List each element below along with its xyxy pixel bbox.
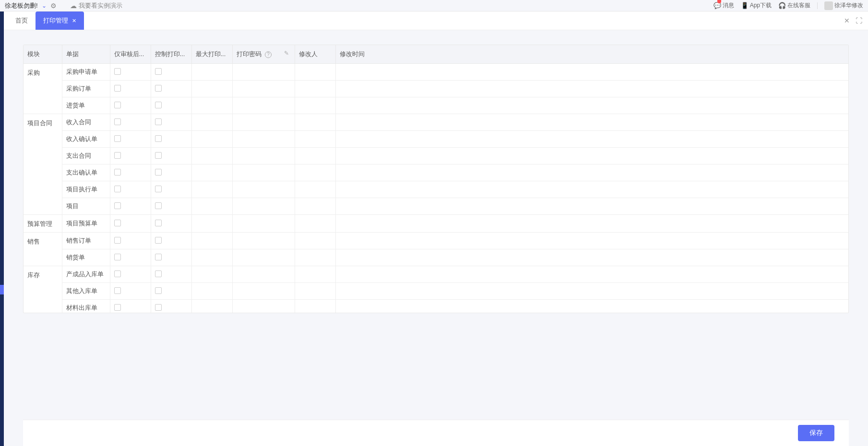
cell-control-print: [151, 181, 191, 198]
checkbox-audit-only[interactable]: [114, 202, 121, 209]
cell-modify-time: [335, 81, 848, 97]
gear-icon[interactable]: ⚙: [50, 2, 57, 10]
checkbox-control-print[interactable]: [155, 202, 162, 209]
page-body: 模块 单据 仅审核后... 控制打印... 最大打印... 打印密码 ? ✎: [4, 30, 868, 446]
edit-icon[interactable]: ✎: [284, 50, 289, 57]
cell-audit-only: [110, 249, 151, 266]
checkbox-audit-only[interactable]: [114, 169, 121, 176]
topbar-right: 💬 消息 📱 App下载 🎧 在线客服 徐泽华修改: [713, 1, 863, 10]
cell-control-print: [151, 131, 191, 148]
checkbox-audit-only[interactable]: [114, 287, 121, 294]
cell-modify-time: [335, 114, 848, 131]
save-button[interactable]: 保存: [798, 425, 834, 441]
online-service-link[interactable]: 🎧 在线客服: [778, 1, 810, 10]
checkbox-audit-only[interactable]: [114, 152, 121, 159]
help-icon[interactable]: ?: [265, 51, 272, 58]
checkbox-audit-only[interactable]: [114, 220, 121, 226]
close-all-icon[interactable]: ✕: [844, 17, 850, 24]
table-scroll[interactable]: 模块 单据 仅审核后... 控制打印... 最大打印... 打印密码 ? ✎: [24, 45, 848, 313]
cell-max-print: [191, 249, 232, 266]
chevron-down-icon[interactable]: ⌄: [42, 2, 47, 9]
checkbox-control-print[interactable]: [155, 220, 162, 226]
cell-modify-time: [335, 148, 848, 164]
app-download-link[interactable]: 📱 App下载: [741, 1, 772, 10]
table-header-row: 模块 单据 仅审核后... 控制打印... 最大打印... 打印密码 ? ✎: [24, 45, 848, 64]
checkbox-control-print[interactable]: [155, 237, 162, 244]
checkbox-control-print[interactable]: [155, 68, 162, 75]
cell-print-password: [232, 131, 295, 148]
checkbox-audit-only[interactable]: [114, 237, 121, 244]
checkbox-audit-only[interactable]: [114, 270, 121, 277]
cloud-icon: ☁: [70, 2, 77, 10]
table-row: 支出确认单: [24, 164, 848, 181]
tabs-right: ✕ ⛶: [844, 17, 864, 24]
checkbox-audit-only[interactable]: [114, 102, 121, 108]
cell-audit-only: [110, 300, 151, 313]
checkbox-control-print[interactable]: [155, 186, 162, 192]
th-print-password: 打印密码 ? ✎: [232, 45, 295, 64]
table-row: 库存产成品入库单: [24, 266, 848, 283]
app-download-label: App下载: [750, 1, 772, 10]
checkbox-control-print[interactable]: [155, 169, 162, 176]
checkbox-control-print[interactable]: [155, 152, 162, 159]
cell-print-password: [232, 215, 295, 233]
checkbox-audit-only[interactable]: [114, 68, 121, 75]
message-link[interactable]: 💬 消息: [713, 1, 734, 10]
table-container: 模块 单据 仅审核后... 控制打印... 最大打印... 打印密码 ? ✎: [23, 45, 849, 313]
cell-modify-time: [335, 266, 848, 283]
org-dropdown-text[interactable]: 徐老板勿删!: [5, 1, 38, 10]
table-row: 支出合同: [24, 148, 848, 164]
cell-modifier: [295, 181, 335, 198]
cell-modifier: [295, 283, 335, 300]
cell-audit-only: [110, 198, 151, 215]
cell-modify-time: [335, 215, 848, 233]
cell-bill: 项目: [62, 198, 110, 215]
cell-control-print: [151, 215, 191, 233]
checkbox-control-print[interactable]: [155, 135, 162, 142]
checkbox-audit-only[interactable]: [114, 186, 121, 192]
checkbox-control-print[interactable]: [155, 102, 162, 108]
cell-control-print: [151, 300, 191, 313]
checkbox-audit-only[interactable]: [114, 135, 121, 142]
user-name: 徐泽华修改: [834, 1, 863, 10]
checkbox-audit-only[interactable]: [114, 118, 121, 125]
tab-home-label: 首页: [15, 17, 28, 24]
fullscreen-icon[interactable]: ⛶: [856, 17, 862, 24]
cell-max-print: [191, 131, 232, 148]
checkbox-control-print[interactable]: [155, 85, 162, 92]
cell-audit-only: [110, 131, 151, 148]
user-menu[interactable]: 徐泽华修改: [824, 1, 863, 10]
checkbox-control-print[interactable]: [155, 254, 162, 260]
cell-control-print: [151, 97, 191, 114]
th-control-print: 控制打印...: [151, 45, 191, 64]
close-icon[interactable]: ✕: [72, 18, 76, 23]
cell-max-print: [191, 181, 232, 198]
cell-print-password: [232, 114, 295, 131]
checkbox-control-print[interactable]: [155, 270, 162, 277]
print-settings-table: 模块 单据 仅审核后... 控制打印... 最大打印... 打印密码 ? ✎: [24, 45, 848, 313]
checkbox-audit-only[interactable]: [114, 304, 121, 311]
cell-bill: 产成品入库单: [62, 266, 110, 283]
cell-modifier: [295, 81, 335, 97]
th-modify-time: 修改时间: [335, 45, 848, 64]
checkbox-control-print[interactable]: [155, 118, 162, 125]
checkbox-audit-only[interactable]: [114, 254, 121, 260]
table-row: 采购采购申请单: [24, 64, 848, 81]
cell-module: 项目合同: [24, 114, 62, 215]
cell-bill: 采购订单: [62, 81, 110, 97]
cell-bill: 采购申请单: [62, 64, 110, 81]
cell-audit-only: [110, 114, 151, 131]
cell-control-print: [151, 114, 191, 131]
demo-link-text: 我要看实例演示: [79, 1, 122, 10]
tab-print-management[interactable]: 打印管理 ✕: [36, 12, 84, 30]
cell-print-password: [232, 266, 295, 283]
checkbox-control-print[interactable]: [155, 304, 162, 311]
cell-audit-only: [110, 148, 151, 164]
tab-home[interactable]: 首页: [8, 12, 36, 30]
checkbox-audit-only[interactable]: [114, 85, 121, 92]
headset-icon: 🎧: [778, 2, 786, 9]
demo-link[interactable]: ☁ 我要看实例演示: [70, 1, 122, 10]
cell-audit-only: [110, 64, 151, 81]
checkbox-control-print[interactable]: [155, 287, 162, 294]
cell-control-print: [151, 164, 191, 181]
